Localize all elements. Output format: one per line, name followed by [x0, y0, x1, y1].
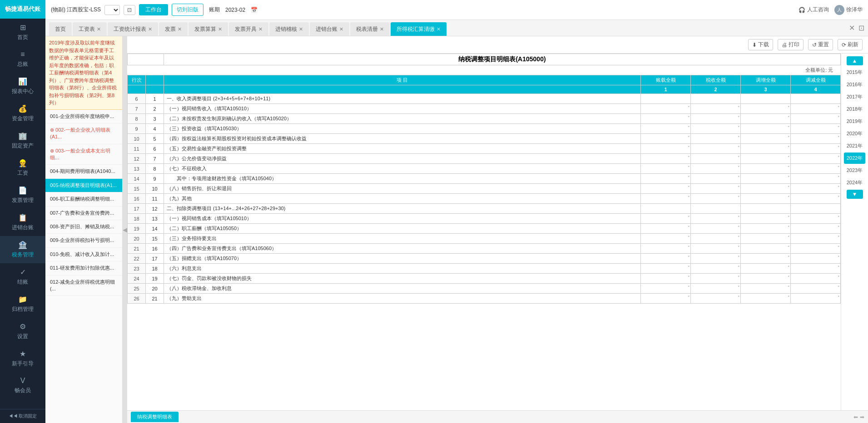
num-cell-3[interactable]: *: [791, 184, 841, 194]
num-cell-3[interactable]: *: [791, 264, 841, 274]
table-row[interactable]: 1510（八）销售折扣、折让和退回****: [128, 184, 841, 194]
table-row[interactable]: 1914（二）职工薪酬（填写A105050）****: [128, 224, 841, 234]
num-cell-0[interactable]: *: [641, 124, 691, 134]
table-row[interactable]: 2015（三）业务招待要支出****: [128, 234, 841, 244]
tab-invoice-close[interactable]: ✕: [178, 26, 182, 32]
list-item-004[interactable]: 004-期间费用明细表(A1040...: [45, 165, 122, 178]
num-cell-0[interactable]: *: [641, 224, 691, 234]
num-cell-3[interactable]: *: [791, 284, 841, 294]
num-cell-1[interactable]: *: [691, 234, 741, 244]
table-row[interactable]: 138（七）不征税收入****: [128, 164, 841, 174]
num-cell-2[interactable]: *: [741, 134, 791, 144]
tab-input-ledger[interactable]: 进销台账✕: [310, 22, 349, 36]
num-cell-0[interactable]: [641, 204, 691, 214]
year-2023[interactable]: 2023年: [844, 165, 865, 176]
workbench-button[interactable]: 工作台: [139, 4, 168, 15]
num-cell-1[interactable]: *: [691, 294, 741, 304]
old-version-button[interactable]: 切到旧版: [172, 4, 203, 16]
num-cell-0[interactable]: *: [641, 274, 691, 284]
year-2019[interactable]: 2019年: [844, 116, 865, 127]
num-cell-0[interactable]: *: [641, 184, 691, 194]
num-cell-2[interactable]: *: [741, 104, 791, 114]
table-row[interactable]: 61一、收入类调整项目 (2+3+4+5+6+7+8+10+11): [128, 94, 841, 104]
num-cell-0[interactable]: *: [641, 154, 691, 164]
num-cell-3[interactable]: *: [791, 254, 841, 264]
num-cell-3[interactable]: *: [791, 214, 841, 224]
num-cell-0[interactable]: *: [641, 264, 691, 274]
list-item-011[interactable]: 011-研发费用加计扣除优惠...: [45, 261, 122, 275]
num-cell-0[interactable]: *: [641, 234, 691, 244]
year-up-button[interactable]: ▲: [847, 56, 863, 65]
num-cell-3[interactable]: *: [791, 114, 841, 124]
num-cell-2[interactable]: *: [741, 264, 791, 274]
num-cell-1[interactable]: [691, 204, 741, 214]
num-cell-1[interactable]: [691, 94, 741, 104]
year-2020[interactable]: 2020年: [844, 128, 865, 139]
num-cell-1[interactable]: *: [691, 214, 741, 224]
sidebar-item-asset[interactable]: 🏢 固定资产: [0, 127, 45, 154]
num-cell-2[interactable]: [741, 204, 791, 214]
num-cell-1[interactable]: *: [691, 184, 741, 194]
num-cell-2[interactable]: *: [741, 274, 791, 284]
sidebar-item-input[interactable]: 📋 进销台账: [0, 209, 45, 236]
num-cell-2[interactable]: *: [741, 234, 791, 244]
table-row[interactable]: 2419（七）罚金、罚款和被没收财物的损失****: [128, 274, 841, 284]
list-item-006[interactable]: 006-职工薪酬纳税调整明细...: [45, 192, 122, 206]
table-row[interactable]: 83（二）未按权责发生制原则确认的收入（填写A105020）****: [128, 114, 841, 124]
tab-invoice-calc[interactable]: 发票算算✕: [188, 22, 228, 36]
num-cell-2[interactable]: *: [741, 194, 791, 204]
num-cell-1[interactable]: *: [691, 194, 741, 204]
tab-tax-clear[interactable]: 税表清册✕: [350, 22, 390, 36]
sidebar-item-payroll[interactable]: 👷 工资: [0, 154, 45, 182]
num-cell-1[interactable]: *: [691, 244, 741, 254]
unfix-sidebar-button[interactable]: ◀◀ 取消固定: [0, 409, 45, 423]
tab-payroll-stat-close[interactable]: ✕: [148, 26, 152, 32]
num-cell-0[interactable]: *: [641, 254, 691, 264]
num-cell-2[interactable]: *: [741, 114, 791, 124]
user-menu[interactable]: 人 徐泽华: [834, 5, 863, 15]
table-row[interactable]: 1611（九）其他****: [128, 194, 841, 204]
year-2021[interactable]: 2021年: [844, 140, 865, 152]
list-item-001[interactable]: 001-企业所得税年度纳税申...: [45, 110, 122, 123]
num-cell-0[interactable]: *: [641, 134, 691, 144]
tab-payroll[interactable]: 工资表✕: [73, 22, 107, 36]
sidebar-item-settle[interactable]: ✓ 结账: [0, 263, 45, 290]
sidebar-item-vip[interactable]: V 畅会员: [0, 372, 45, 399]
list-item-005[interactable]: 005-纳税调整项目明细表(A1...: [45, 179, 122, 192]
table-row[interactable]: 116（五）交易性金融资产初始投资调整****: [128, 144, 841, 154]
close-all-tabs-button[interactable]: ✕: [849, 24, 855, 32]
tab-payroll-stat[interactable]: 工资统计报表✕: [108, 22, 158, 36]
table-row[interactable]: 2116（四）广告费和业务宣传费支出（填写A105060）****: [128, 244, 841, 254]
num-cell-0[interactable]: *: [641, 294, 691, 304]
num-cell-2[interactable]: *: [741, 284, 791, 294]
table-row[interactable]: 127（六）公允价值变动净损益****: [128, 154, 841, 164]
list-item-009[interactable]: 009-企业所得税扣补亏损明...: [45, 234, 122, 247]
year-2022[interactable]: 2022年: [844, 152, 865, 164]
year-2015[interactable]: 2015年: [844, 67, 865, 78]
list-item-002[interactable]: 002-一般企业收入明细表(A1...: [45, 123, 122, 144]
sidebar-item-report[interactable]: 📊 报表中心: [0, 73, 45, 100]
num-cell-2[interactable]: *: [741, 224, 791, 234]
num-cell-0[interactable]: *: [641, 144, 691, 154]
download-button[interactable]: ⬇ 下载: [748, 39, 773, 50]
num-cell-3[interactable]: *: [791, 274, 841, 284]
list-item-003[interactable]: 003-一般企业成本支出明细...: [45, 144, 122, 165]
tab-input-tax[interactable]: 进销稽核✕: [269, 22, 309, 36]
tab-home[interactable]: 首页: [49, 22, 72, 36]
year-2024[interactable]: 2024年: [844, 177, 865, 188]
num-cell-1[interactable]: *: [691, 284, 741, 294]
table-row[interactable]: 2520（八）税收滞纳金、加收利息****: [128, 284, 841, 294]
list-item-008[interactable]: 008-资产折旧、摊销及纳税...: [45, 220, 122, 234]
num-cell-2[interactable]: *: [741, 144, 791, 154]
num-cell-0[interactable]: *: [641, 164, 691, 174]
num-cell-2[interactable]: *: [741, 154, 791, 164]
num-cell-3[interactable]: *: [791, 244, 841, 254]
num-cell-2[interactable]: *: [741, 214, 791, 224]
num-cell-1[interactable]: *: [691, 144, 741, 154]
tab-payroll-close[interactable]: ✕: [97, 26, 101, 32]
table-row[interactable]: 105（四）按权益法核算长期股权投资对初始投资成本调整确认收益****: [128, 134, 841, 144]
sidebar-item-archive[interactable]: 📁 归档管理: [0, 290, 45, 318]
num-cell-0[interactable]: *: [641, 214, 691, 224]
num-cell-3[interactable]: *: [791, 164, 841, 174]
num-cell-1[interactable]: *: [691, 104, 741, 114]
